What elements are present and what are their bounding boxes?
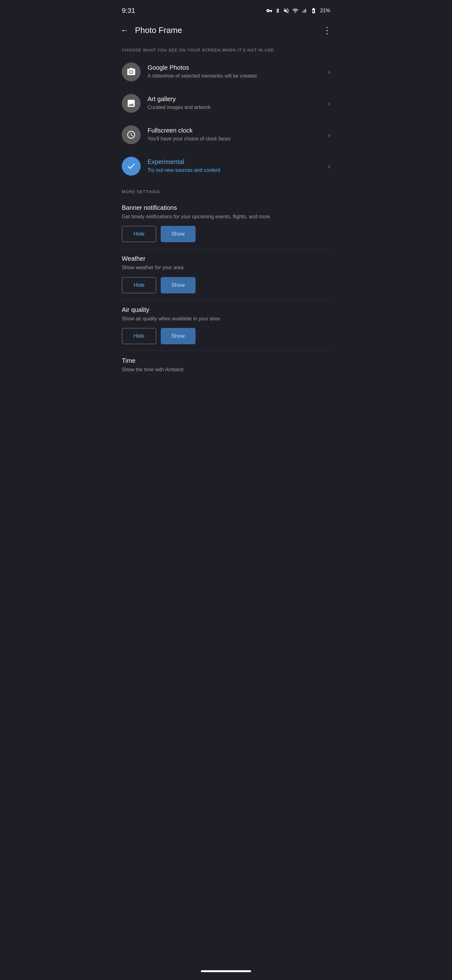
google-photos-chevron: › xyxy=(328,68,330,76)
art-gallery-content: Art gallery Curated images and artwork xyxy=(147,95,325,111)
app-bar-left: ← Photo Frame xyxy=(121,25,182,35)
weather-show-button[interactable]: Show xyxy=(161,277,195,293)
experimental-content: Experimental Try out new sources and con… xyxy=(147,158,325,174)
experimental-title: Experimental xyxy=(147,158,325,165)
back-button[interactable]: ← xyxy=(121,25,129,35)
fullscreen-clock-title: Fullscreen clock xyxy=(147,127,325,134)
weather-hide-button[interactable]: Hide xyxy=(122,277,156,293)
mute-icon xyxy=(283,8,289,14)
air-quality-subtitle: Show air quality when available in your … xyxy=(122,315,330,322)
clock-icon xyxy=(127,130,136,140)
check-icon xyxy=(127,161,136,171)
list-item-fullscreen-clock[interactable]: Fullscreen clock You'll have your choice… xyxy=(113,119,339,150)
experimental-icon-circle xyxy=(122,157,141,176)
air-quality-hide-button[interactable]: Hide xyxy=(122,328,156,344)
art-gallery-chevron: › xyxy=(328,100,330,107)
list-item-art-gallery[interactable]: Art gallery Curated images and artwork › xyxy=(113,88,339,119)
more-settings-label: MORE SETTINGS xyxy=(113,182,339,198)
section-header: CHOOSE WHAT YOU SEE ON YOUR SCREEN WHEN … xyxy=(113,41,339,56)
air-quality-title: Air quality xyxy=(122,306,330,313)
camera-icon xyxy=(127,67,136,76)
battery-icon xyxy=(309,8,318,14)
page-title: Photo Frame xyxy=(135,25,182,35)
google-photos-content: Google Photos A slideshow of selected me… xyxy=(147,64,325,80)
experimental-subtitle: Try out new sources and content xyxy=(147,167,325,174)
fullscreen-clock-chevron: › xyxy=(328,131,330,138)
weather-subtitle: Show weather for your area xyxy=(122,264,330,271)
art-gallery-icon-circle xyxy=(122,94,141,113)
weather-title: Weather xyxy=(122,255,330,262)
key-icon xyxy=(266,8,273,14)
banner-notifications-hide-button[interactable]: Hide xyxy=(122,226,156,242)
image-icon xyxy=(127,99,136,108)
fullscreen-clock-icon-circle xyxy=(122,125,141,144)
list-item-google-photos[interactable]: Google Photos A slideshow of selected me… xyxy=(113,56,339,88)
settings-group-banner-notifications: Banner notifications Get timely notifica… xyxy=(113,198,339,248)
settings-group-air-quality: Air quality Show air quality when availa… xyxy=(113,300,339,350)
fullscreen-clock-content: Fullscreen clock You'll have your choice… xyxy=(147,127,325,142)
time-subtitle: Show the time with Ambient xyxy=(122,366,330,373)
weather-buttons: Hide Show xyxy=(122,277,330,293)
status-bar: 9:31 21% xyxy=(113,0,339,19)
status-time: 9:31 xyxy=(122,6,135,15)
experimental-chevron: › xyxy=(328,163,330,170)
banner-notifications-subtitle: Get timely notifications for your upcomi… xyxy=(122,213,330,220)
status-icons: 21% xyxy=(266,8,330,14)
banner-notifications-show-button[interactable]: Show xyxy=(161,226,195,242)
signal-icon xyxy=(301,8,307,14)
app-bar: ← Photo Frame ⋮ xyxy=(113,19,339,41)
google-photos-title: Google Photos xyxy=(147,64,325,71)
more-options-button[interactable]: ⋮ xyxy=(323,25,331,35)
wifi-icon xyxy=(292,8,299,14)
air-quality-show-button[interactable]: Show xyxy=(161,328,195,344)
google-photos-subtitle: A slideshow of selected memories will be… xyxy=(147,73,325,80)
list-item-experimental[interactable]: Experimental Try out new sources and con… xyxy=(113,150,339,182)
art-gallery-title: Art gallery xyxy=(147,95,325,103)
settings-group-weather: Weather Show weather for your area Hide … xyxy=(113,249,339,299)
settings-group-time: Time Show the time with Ambient xyxy=(113,351,339,385)
banner-notifications-buttons: Hide Show xyxy=(122,226,330,242)
bluetooth-icon xyxy=(275,8,281,14)
art-gallery-subtitle: Curated images and artwork xyxy=(147,104,325,111)
fullscreen-clock-subtitle: You'll have your choice of clock faces xyxy=(147,135,325,142)
time-title: Time xyxy=(122,357,330,364)
air-quality-buttons: Hide Show xyxy=(122,328,330,344)
battery-percentage: 21% xyxy=(320,8,330,14)
banner-notifications-title: Banner notifications xyxy=(122,204,330,212)
google-photos-icon-circle xyxy=(122,62,141,81)
